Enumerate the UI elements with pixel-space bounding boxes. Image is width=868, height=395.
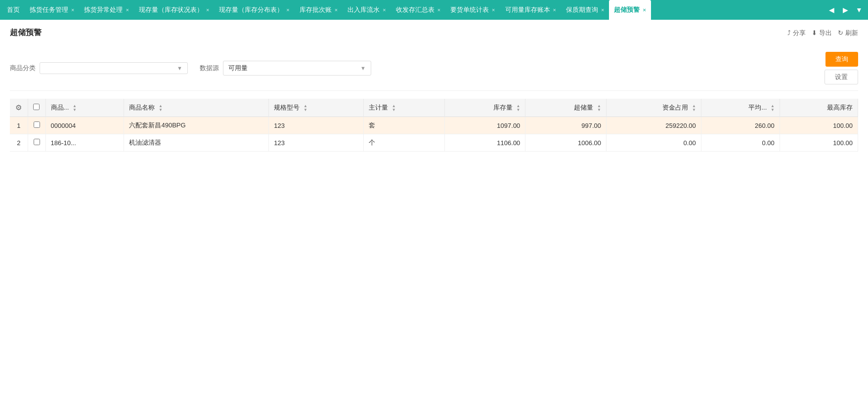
product-category-filter: 商品分类 ▼ (10, 62, 188, 74)
unit-cell: 个 (364, 134, 445, 152)
sort-icon: ▲▼ (692, 104, 696, 112)
column-unit[interactable]: 主计量 ▲▼ (364, 99, 445, 117)
close-icon[interactable]: × (643, 7, 646, 13)
data-table: ⚙ 商品... ▲▼ 商品名称 ▲▼ 规格型号 ▲▼ 主计 (10, 99, 858, 152)
column-max-stock[interactable]: 最高库存 (780, 99, 858, 117)
product-name-cell: 机油滤清器 (124, 134, 269, 152)
chevron-down-icon: ▼ (177, 65, 182, 71)
close-icon[interactable]: × (383, 7, 386, 13)
capital-cell: 0.00 (607, 134, 701, 152)
spec-cell: 123 (269, 134, 364, 152)
nav-prev-button[interactable]: ◀ (825, 0, 838, 20)
export-button[interactable]: ⬇ 导出 (812, 29, 832, 38)
row-checkbox-cell (28, 134, 45, 152)
settings-gear-icon: ⚙ (15, 103, 22, 112)
column-product-code[interactable]: 商品... ▲▼ (45, 99, 124, 117)
nav-expand-button[interactable]: ▼ (852, 0, 866, 20)
column-product-code-label: 商品... (51, 104, 69, 111)
sort-icon: ▲▼ (304, 104, 307, 112)
nav-next-button[interactable]: ▶ (838, 0, 852, 20)
nav-item-stock-status[interactable]: 现存量（库存状况表） × (134, 0, 214, 20)
over-stock-cell: 997.00 (525, 117, 607, 134)
nav-item-inout-flow[interactable]: 出入库流水 × (343, 0, 391, 20)
column-spec-label: 规格型号 (274, 104, 300, 111)
column-avg[interactable]: 平均... ▲▼ (701, 99, 780, 117)
product-code-cell: 186-10... (45, 134, 124, 152)
column-capital[interactable]: 资金占用 ▲▼ (607, 99, 701, 117)
spec-cell: 123 (269, 117, 364, 134)
close-icon[interactable]: × (492, 7, 495, 13)
nav-item-home[interactable]: 首页 (2, 0, 25, 20)
column-product-name[interactable]: 商品名称 ▲▼ (124, 99, 269, 117)
top-nav: 首页 拣货任务管理 × 拣货异常处理 × 现存量（库存状况表） × 现存量（库存… (0, 0, 868, 20)
page-header: 超储预警 ⤴ 分享 ⬇ 导出 ↻ 刷新 (10, 28, 858, 38)
row-checkbox[interactable] (34, 139, 40, 145)
avg-cell: 260.00 (701, 117, 780, 134)
sort-icon: ▲▼ (771, 104, 775, 112)
settings-button[interactable]: 设置 (825, 70, 858, 84)
export-icon: ⬇ (812, 29, 817, 37)
product-category-select[interactable]: ▼ (40, 62, 188, 74)
nav-item-available-stock[interactable]: 可用量库存账本 × (500, 0, 561, 20)
row-number: 1 (10, 117, 28, 134)
sort-icon: ▲▼ (597, 104, 601, 112)
nav-item-abnormal[interactable]: 拣货异常处理 × (79, 0, 133, 20)
column-over-stock[interactable]: 超储量 ▲▼ (525, 99, 607, 117)
close-icon[interactable]: × (206, 7, 209, 13)
select-all-checkbox[interactable] (33, 104, 40, 110)
nav-item-recv-summary[interactable]: 收发存汇总表 × (391, 0, 445, 20)
close-icon[interactable]: × (126, 7, 129, 13)
column-stock-label: 库存量 (493, 104, 513, 111)
capital-cell: 259220.00 (607, 117, 701, 134)
sort-icon: ▲▼ (392, 104, 396, 112)
column-stock[interactable]: 库存量 ▲▼ (444, 99, 525, 117)
nav-item-over-stock[interactable]: 超储预警 × (609, 0, 651, 20)
row-checkbox-cell (28, 117, 45, 134)
column-capital-label: 资金占用 (662, 104, 688, 111)
nav-item-order-stats[interactable]: 要货单统计表 × (445, 0, 500, 20)
row-checkbox[interactable] (34, 121, 40, 128)
data-source-select[interactable]: 可用量 ▼ (223, 61, 371, 76)
sort-icon: ▲▼ (73, 104, 77, 112)
product-name-cell: 六配套新昌490BPG (124, 117, 269, 134)
close-icon[interactable]: × (286, 7, 289, 13)
filter-buttons: 查询 设置 (825, 52, 858, 84)
column-checkbox (28, 99, 45, 117)
refresh-button[interactable]: ↻ 刷新 (838, 29, 858, 38)
column-spec[interactable]: 规格型号 ▲▼ (269, 99, 364, 117)
refresh-icon: ↻ (838, 29, 843, 37)
main-content: 超储预警 ⤴ 分享 ⬇ 导出 ↻ 刷新 商品分类 ▼ 数据源 (0, 20, 868, 159)
query-button[interactable]: 查询 (825, 52, 858, 67)
nav-item-task-mgmt[interactable]: 拣货任务管理 × (25, 0, 79, 20)
max-stock-cell: 100.00 (780, 134, 858, 152)
close-icon[interactable]: × (601, 7, 604, 13)
column-settings[interactable]: ⚙ (10, 99, 28, 117)
product-category-label: 商品分类 (10, 64, 36, 73)
row-number: 2 (10, 134, 28, 152)
unit-cell: 套 (364, 117, 445, 134)
chevron-down-icon: ▼ (360, 65, 366, 71)
max-stock-cell: 100.00 (780, 117, 858, 134)
nav-item-shelf-life[interactable]: 保质期查询 × (561, 0, 609, 20)
data-source-label: 数据源 (200, 64, 219, 73)
column-unit-label: 主计量 (369, 104, 388, 111)
column-over-stock-label: 超储量 (574, 104, 593, 111)
data-source-filter: 数据源 可用量 ▼ (200, 61, 371, 76)
table-row: 1 0000004 六配套新昌490BPG 123 套 1097.00 997.… (10, 117, 858, 134)
sort-icon: ▲▼ (159, 104, 163, 112)
sort-icon: ▲▼ (516, 104, 520, 112)
stock-cell: 1106.00 (444, 134, 525, 152)
close-icon[interactable]: × (553, 7, 556, 13)
close-icon[interactable]: × (71, 7, 74, 13)
data-source-value: 可用量 (228, 64, 248, 73)
over-stock-cell: 1006.00 (525, 134, 607, 152)
share-icon: ⤴ (787, 29, 791, 37)
share-button[interactable]: ⤴ 分享 (787, 29, 806, 38)
nav-item-batch-account[interactable]: 库存批次账 × (295, 0, 343, 20)
avg-cell: 0.00 (701, 134, 780, 152)
nav-item-stock-dist[interactable]: 现存量（库存分布表） × (214, 0, 294, 20)
close-icon[interactable]: × (437, 7, 440, 13)
stock-cell: 1097.00 (444, 117, 525, 134)
column-product-name-label: 商品名称 (129, 104, 155, 111)
close-icon[interactable]: × (335, 7, 338, 13)
